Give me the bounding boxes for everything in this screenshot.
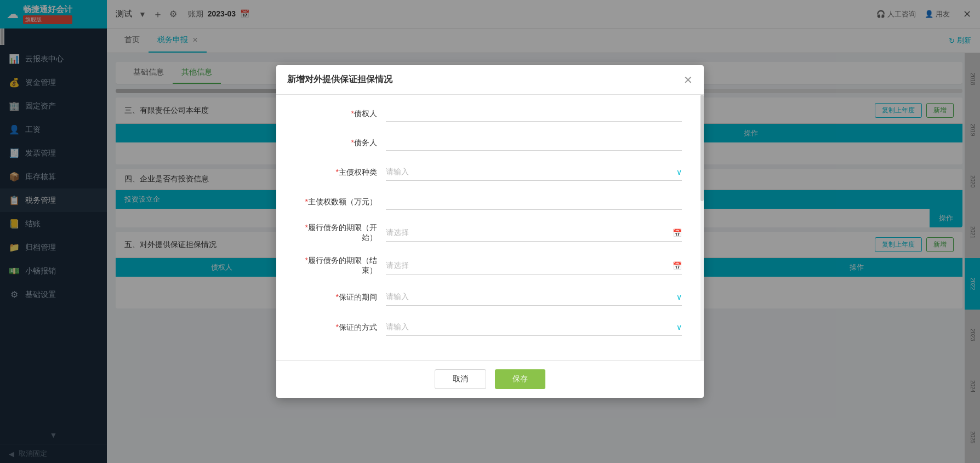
modal-scrollbar-track (700, 95, 704, 360)
select-baozhengfangshi[interactable]: 请输入 ∨ (386, 319, 682, 336)
datepicker-lvxingjieshu-placeholder: 请选择 (386, 261, 673, 271)
label-lvxingjieshu: *履行债务的期限（结束） (298, 256, 386, 276)
modal-header: 新增对外提供保证担保情况 ✕ (276, 65, 704, 95)
form-row-baozhengfangshi: *保证的方式 请输入 ∨ (298, 319, 682, 336)
select-baozhengqijian[interactable]: 请输入 ∨ (386, 289, 682, 306)
datepicker-lvxingkaishi[interactable]: 请选择 📅 (386, 225, 682, 242)
form-row-zhuzhaiyanzhonglei: *主债权种类 请输入 ∨ (298, 164, 682, 181)
modal-footer: 取消 保存 (276, 360, 704, 398)
modal-add-guarantee: 新增对外提供保证担保情况 ✕ *债权人 *债务人 (276, 65, 704, 398)
form-row-baozhengqijian: *保证的期间 请输入 ∨ (298, 289, 682, 306)
cancel-button[interactable]: 取消 (435, 369, 486, 389)
label-baozhengqijian: *保证的期间 (298, 293, 386, 302)
chevron-down-icon-2: ∨ (676, 293, 682, 301)
calendar-end-icon: 📅 (673, 261, 682, 270)
datepicker-lvxingkaishi-placeholder: 请选择 (386, 228, 673, 238)
select-zhuzhaiyanzhonglei[interactable]: 请输入 ∨ (386, 164, 682, 181)
label-zhuzhaiyanshue: *主债权数额（万元） (298, 197, 386, 207)
label-zhaiquanren: *债权人 (298, 109, 386, 119)
modal-overlay: 新增对外提供保证担保情况 ✕ *债权人 *债务人 (0, 0, 980, 463)
modal-scrollbar-thumb (700, 95, 704, 201)
select-baozhengfangshi-placeholder: 请输入 (386, 322, 676, 332)
form-row-zhaiquanren: *债权人 (298, 106, 682, 122)
label-zhaiwuren: *债务人 (298, 138, 386, 148)
modal-title: 新增对外提供保证担保情况 (287, 74, 392, 85)
modal-body: *债权人 *债务人 *主债权种类 请输入 ∨ (276, 95, 704, 360)
form-row-lvxingjieshu: *履行债务的期限（结束） 请选择 📅 (298, 256, 682, 276)
label-zhuzhaiyanzhonglei: *主债权种类 (298, 168, 386, 178)
calendar-start-icon: 📅 (673, 228, 682, 237)
form-row-lvxingkaishi: *履行债务的期限（开始） 请选择 📅 (298, 223, 682, 243)
input-zhaiquanren[interactable] (386, 106, 682, 122)
chevron-down-icon: ∨ (676, 168, 682, 176)
input-zhaiwuren[interactable] (386, 135, 682, 151)
form-row-zhaiwuren: *债务人 (298, 135, 682, 151)
input-zhuzhaiyanshue[interactable] (386, 194, 682, 210)
modal-close-button[interactable]: ✕ (683, 75, 693, 85)
label-lvxingkaishi: *履行债务的期限（开始） (298, 223, 386, 243)
save-button[interactable]: 保存 (495, 369, 545, 389)
form-row-zhuzhaiyanshue: *主债权数额（万元） (298, 194, 682, 210)
select-zhuzhaiyanzhonglei-placeholder: 请输入 (386, 167, 676, 177)
datepicker-lvxingjieshu[interactable]: 请选择 📅 (386, 258, 682, 275)
chevron-down-icon-3: ∨ (676, 323, 682, 331)
select-baozhengqijian-placeholder: 请输入 (386, 292, 676, 302)
label-baozhengfangshi: *保证的方式 (298, 323, 386, 333)
